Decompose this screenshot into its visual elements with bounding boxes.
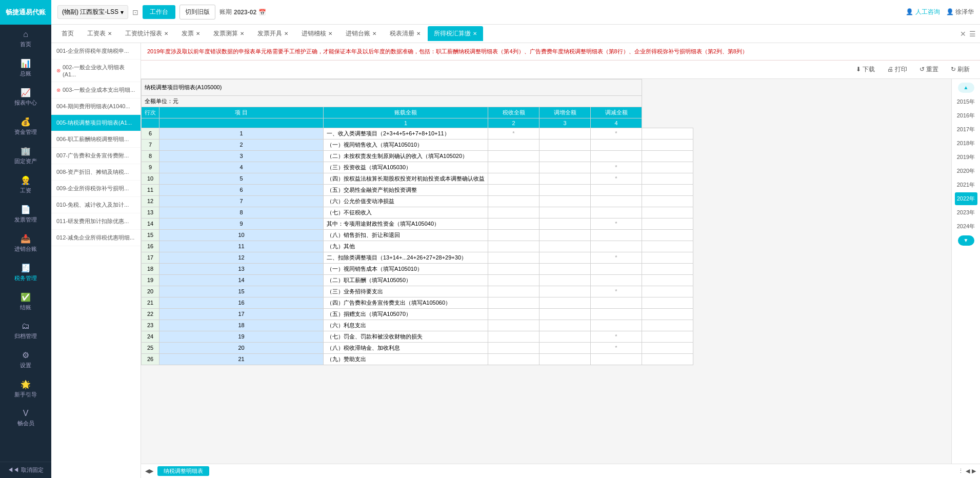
data-cell-col2[interactable] bbox=[539, 308, 591, 320]
data-cell-col2[interactable] bbox=[539, 162, 591, 173]
data-cell-col4[interactable] bbox=[642, 286, 693, 297]
company-copy-icon[interactable]: ⊡ bbox=[132, 8, 138, 16]
data-cell-col1[interactable] bbox=[488, 308, 539, 320]
navtab-close-icon[interactable]: ✕ bbox=[372, 31, 376, 36]
year-up-button[interactable]: ▲ bbox=[958, 83, 974, 93]
year-item-2022年[interactable]: 2022年 bbox=[955, 192, 977, 205]
data-cell-col3[interactable] bbox=[591, 263, 642, 274]
data-cell-col3[interactable]: * bbox=[591, 252, 642, 263]
data-cell-col2[interactable] bbox=[539, 229, 591, 241]
data-cell-col1[interactable] bbox=[488, 139, 539, 150]
data-cell-col1[interactable] bbox=[488, 184, 539, 195]
navtab-close-icon[interactable]: ✕ bbox=[416, 31, 421, 36]
year-item-2024年[interactable]: 2024年 bbox=[955, 220, 977, 233]
data-cell-col3[interactable] bbox=[591, 308, 642, 320]
data-cell-col1[interactable] bbox=[488, 150, 539, 162]
data-cell-col4[interactable] bbox=[642, 353, 693, 365]
sidebar-item-guide[interactable]: 🌟新手引导 bbox=[0, 374, 51, 404]
human-service[interactable]: 👤 人工咨询 bbox=[906, 8, 939, 16]
data-cell-col3[interactable]: * bbox=[591, 173, 642, 184]
close-tab-icon[interactable]: ✕ bbox=[960, 30, 966, 38]
data-cell-col1[interactable] bbox=[488, 252, 539, 263]
navtab-close-icon[interactable]: ✕ bbox=[284, 31, 288, 36]
left-panel-item-003[interactable]: ⊗003-一般企业成本支出明细... bbox=[51, 82, 141, 98]
data-cell-col4[interactable] bbox=[642, 229, 693, 241]
data-cell-col3[interactable] bbox=[591, 150, 642, 162]
data-cell-col2[interactable] bbox=[539, 184, 591, 195]
data-cell-col1[interactable] bbox=[488, 195, 539, 207]
workbench-button[interactable]: 工作台 bbox=[143, 5, 175, 19]
left-panel-item-011[interactable]: 011-研发费用加计扣除优惠... bbox=[51, 213, 141, 230]
data-cell-col2[interactable] bbox=[539, 139, 591, 150]
data-cell-col3[interactable]: * bbox=[591, 162, 642, 173]
sidebar-item-settings[interactable]: ⚙设置 bbox=[0, 345, 51, 374]
data-cell-col1[interactable] bbox=[488, 297, 539, 308]
navtab-进销稽核[interactable]: 进销稽核✕ bbox=[295, 26, 338, 41]
data-cell-col3[interactable]: * bbox=[591, 286, 642, 297]
sidebar-item-archive[interactable]: 🗂归档管理 bbox=[0, 316, 51, 345]
data-cell-col3[interactable] bbox=[591, 320, 642, 331]
sidebar-item-payroll[interactable]: 👷工资 bbox=[0, 170, 51, 200]
spreadsheet-area[interactable]: 纳税调整项目明细表(A105000) 全额单位：元 行次 项 目 账载全额 税收… bbox=[141, 79, 951, 464]
year-item-2015年[interactable]: 2015年 bbox=[955, 95, 977, 108]
data-cell-col2[interactable] bbox=[539, 207, 591, 218]
data-cell-col1[interactable] bbox=[488, 331, 539, 342]
sidebar-item-assets[interactable]: 🏢固定资产 bbox=[0, 141, 51, 170]
data-cell-col3[interactable] bbox=[591, 184, 642, 195]
nav-right-icon[interactable]: ▶ bbox=[149, 468, 153, 474]
nav-left-icon[interactable]: ◀ bbox=[145, 468, 149, 474]
navtab-进销台账[interactable]: 进销台账✕ bbox=[339, 26, 383, 41]
data-cell-col3[interactable] bbox=[591, 353, 642, 365]
sidebar-item-invoice[interactable]: 📄发票管理 bbox=[0, 200, 51, 229]
data-cell-col1[interactable]: * bbox=[488, 128, 539, 139]
data-cell-col3[interactable] bbox=[591, 195, 642, 207]
navtab-close-icon[interactable]: ✕ bbox=[108, 31, 112, 36]
data-cell-col1[interactable] bbox=[488, 207, 539, 218]
data-cell-col3[interactable] bbox=[591, 207, 642, 218]
sidebar-item-tax[interactable]: 🧾税务管理 bbox=[0, 258, 51, 287]
reset-button[interactable]: ↺ 重置 bbox=[915, 64, 943, 75]
year-item-2020年[interactable]: 2020年 bbox=[955, 165, 977, 177]
company-selector[interactable]: (物副) 江西股宝-LSS ▾ bbox=[57, 5, 128, 19]
data-cell-col4[interactable] bbox=[642, 195, 693, 207]
data-cell-col1[interactable] bbox=[488, 229, 539, 241]
data-cell-col4[interactable] bbox=[642, 241, 693, 252]
left-panel-item-008[interactable]: 008-资产折旧、摊销及纳税... bbox=[51, 164, 141, 181]
sidebar-item-finance[interactable]: 💰资金管理 bbox=[0, 112, 51, 141]
data-cell-col4[interactable] bbox=[642, 128, 693, 139]
data-cell-col4[interactable] bbox=[642, 139, 693, 150]
data-cell-col1[interactable] bbox=[488, 353, 539, 365]
data-cell-col1[interactable] bbox=[488, 263, 539, 274]
data-cell-col2[interactable] bbox=[539, 320, 591, 331]
data-cell-col1[interactable] bbox=[488, 286, 539, 297]
data-cell-col2[interactable] bbox=[539, 274, 591, 286]
data-cell-col2[interactable] bbox=[539, 195, 591, 207]
download-button[interactable]: ⬇ 下载 bbox=[852, 64, 879, 75]
sidebar-item-report[interactable]: 📈报表中心 bbox=[0, 83, 51, 112]
navtab-发票测算[interactable]: 发票测算✕ bbox=[207, 26, 250, 41]
data-cell-col2[interactable] bbox=[539, 331, 591, 342]
navtab-税表清册[interactable]: 税表清册✕ bbox=[384, 26, 427, 41]
data-cell-col4[interactable] bbox=[642, 274, 693, 286]
data-cell-col4[interactable] bbox=[642, 263, 693, 274]
left-panel-item-006[interactable]: 006-职工薪酬纳税调整明细... bbox=[51, 131, 141, 148]
left-panel-item-010[interactable]: 010-免税、减计收入及加计... bbox=[51, 197, 141, 213]
data-cell-col2[interactable] bbox=[539, 297, 591, 308]
navtab-close-icon[interactable]: ✕ bbox=[473, 31, 477, 36]
data-cell-col4[interactable] bbox=[642, 162, 693, 173]
data-cell-col4[interactable] bbox=[642, 331, 693, 342]
data-cell-col1[interactable] bbox=[488, 320, 539, 331]
year-down-button[interactable]: ▼ bbox=[958, 235, 974, 246]
data-cell-col3[interactable] bbox=[591, 241, 642, 252]
data-cell-col2[interactable] bbox=[539, 241, 591, 252]
data-cell-col2[interactable] bbox=[539, 263, 591, 274]
data-cell-col4[interactable] bbox=[642, 150, 693, 162]
old-version-button[interactable]: 切到旧版 bbox=[179, 5, 215, 19]
data-cell-col2[interactable] bbox=[539, 342, 591, 353]
data-cell-col4[interactable] bbox=[642, 342, 693, 353]
user-avatar[interactable]: 👤 徐泽华 bbox=[946, 8, 974, 16]
navtab-工资统计报表[interactable]: 工资统计报表✕ bbox=[119, 26, 174, 41]
navtab-所得税汇算缴[interactable]: 所得税汇算缴✕ bbox=[428, 26, 483, 41]
sidebar-item-member[interactable]: V畅会员 bbox=[0, 404, 51, 432]
sidebar-item-settle[interactable]: ✅结账 bbox=[0, 287, 51, 316]
